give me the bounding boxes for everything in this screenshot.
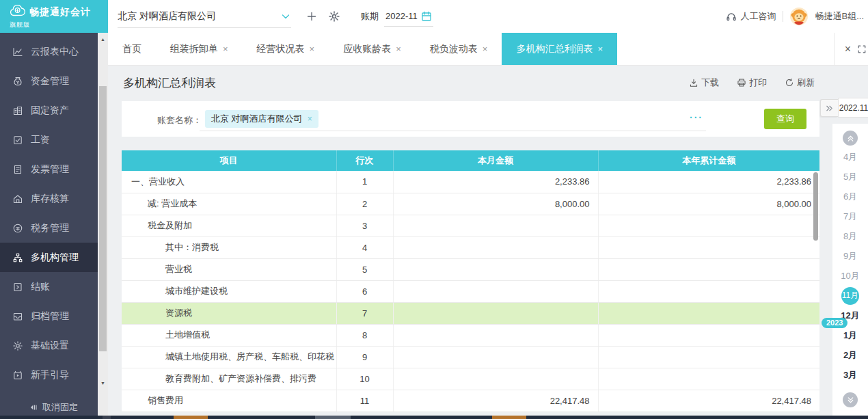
tax-icon	[12, 223, 23, 234]
ytd-amount-cell	[598, 346, 819, 368]
sidebar-item-fixed-assets[interactable]: 固定资产	[0, 96, 98, 125]
table-row[interactable]: 教育费附加、矿产资源补偿费、排污费10	[122, 368, 819, 390]
sidebar-item-funds-management[interactable]: 资金管理	[0, 66, 98, 96]
report-actions: 下载 打印 刷新	[689, 77, 815, 89]
sidebar-item-basic-settings[interactable]: 基础设置	[0, 331, 98, 360]
month-8月[interactable]: 8月	[832, 226, 868, 246]
sidebar-item-label: 工资	[31, 134, 50, 146]
table-row[interactable]: 减: 营业成本28,000.008,000.00	[122, 193, 819, 215]
sidebar-item-cloud-report-center[interactable]: 云报表中心	[0, 37, 98, 66]
table-row[interactable]: 城市维护建设税6	[122, 280, 819, 302]
month-11月[interactable]: 11月	[832, 286, 868, 306]
ytd-amount-cell: 8,000.00	[598, 193, 819, 215]
ytd-amount-cell	[598, 324, 819, 346]
tag-close-icon[interactable]: ×	[308, 114, 312, 124]
line-number-cell: 10	[336, 368, 393, 390]
tab-label: 组装拆卸单	[170, 43, 218, 55]
current-period-chip[interactable]: 2022.11	[838, 98, 868, 118]
ytd-amount-cell	[598, 258, 819, 280]
company-select[interactable]: 北京 对啊酒店有限公司	[118, 5, 291, 28]
gear-icon[interactable]	[328, 10, 340, 23]
tab-close-icon[interactable]: ×	[396, 44, 401, 54]
tab-3[interactable]: 应收账龄表×	[329, 33, 416, 65]
table-row[interactable]: 税金及附加3	[122, 215, 819, 236]
month-6月[interactable]: 6月	[832, 187, 868, 206]
tab-close-icon[interactable]: ×	[483, 44, 488, 54]
table-row[interactable]: 销售费用1122,417.4822,417.48	[122, 390, 819, 411]
account-set-input[interactable]: 北京 对啊酒店有限公司 × ···	[200, 107, 706, 131]
fullscreen-icon[interactable]	[857, 44, 867, 54]
tab-controls: ×	[834, 33, 868, 65]
tab-1[interactable]: 组装拆卸单×	[156, 33, 243, 65]
collapse-panel-button[interactable]	[820, 99, 838, 117]
month-4月[interactable]: 4月	[832, 147, 868, 167]
avatar[interactable]	[790, 8, 808, 25]
add-account-button[interactable]	[306, 11, 317, 22]
sidebar-item-inventory-accounting[interactable]: 库存核算	[0, 184, 98, 213]
tab-label: 应收账龄表	[343, 43, 391, 55]
table-row[interactable]: 土地增值税8	[122, 324, 819, 346]
item-cell: 营业税	[122, 258, 336, 280]
month-3月[interactable]: 3月	[832, 365, 868, 385]
close-all-tabs-icon[interactable]: ×	[845, 43, 851, 55]
tab-close-icon[interactable]: ×	[597, 44, 603, 54]
taskbar-segment	[492, 416, 526, 419]
month-7月[interactable]: 7月	[832, 206, 868, 226]
month-amount-cell	[393, 236, 598, 258]
sidebar: 云报表中心资金管理固定资产工资发票管理库存核算税务管理多机构管理结账归档管理基础…	[0, 33, 98, 416]
filter-panel: 账套名称： 北京 对啊酒店有限公司 × ··· 查询	[122, 101, 819, 137]
table-scrollbar-thumb[interactable]	[813, 172, 818, 241]
tab-label: 经营状况表	[257, 43, 305, 55]
month-2月[interactable]: 2月	[832, 345, 868, 365]
scroll-up-arrow-icon[interactable]: ▲	[98, 37, 108, 42]
tab-close-icon[interactable]: ×	[223, 44, 228, 54]
sidebar-item-beginner-guide[interactable]: 新手引导	[0, 360, 98, 390]
chevron-down-icon	[280, 11, 291, 22]
item-cell: 税金及附加	[122, 215, 336, 236]
sidebar-scrollbar-thumb[interactable]	[99, 86, 107, 351]
table-row[interactable]: 资源税7	[122, 302, 819, 324]
month-5月[interactable]: 5月	[832, 167, 868, 187]
table-row[interactable]: 营业税5	[122, 258, 819, 280]
sidebar-item-invoice-management[interactable]: 发票管理	[0, 154, 98, 184]
column-header: 行次	[336, 150, 393, 171]
tab-close-icon[interactable]: ×	[310, 44, 315, 54]
sidebar-item-archive-management[interactable]: 归档管理	[0, 301, 98, 331]
sidebar-scrollbar[interactable]: ▲ ▼	[98, 33, 108, 416]
tab-strip: 首页组装拆卸单×经营状况表×应收账龄表×税负波动表×多机构汇总利润表× ×	[108, 33, 868, 66]
ytd-amount-cell: 22,417.48	[598, 390, 819, 411]
table-row[interactable]: 城镇土地使用税、房产税、车船税、印花税9	[122, 346, 819, 368]
tab-5[interactable]: 多机构汇总利润表×	[502, 33, 617, 65]
sidebar-item-salary[interactable]: 工资	[0, 125, 98, 154]
support-button[interactable]: 人工咨询	[726, 10, 776, 23]
month-10月[interactable]: 10月	[832, 266, 868, 286]
period-picker[interactable]: 2022-11	[384, 7, 433, 27]
table-row[interactable]: 其中：消费税4	[122, 236, 819, 258]
sidebar-item-closing[interactable]: 结账	[0, 272, 98, 301]
month-1月[interactable]: 1月	[832, 325, 868, 345]
query-button[interactable]: 查询	[764, 109, 806, 129]
refresh-button[interactable]: 刷新	[785, 77, 815, 89]
top-header: 北京 对啊酒店有限公司 账期 2022-11 人工咨询 畅捷通B组...	[108, 0, 868, 33]
more-options-icon[interactable]: ···	[690, 112, 703, 123]
report-table: 项目行次本月金额本年累计金额 一、营业收入12,233.862,233.86减:…	[122, 150, 819, 412]
months-scroll-up-icon[interactable]	[843, 131, 858, 146]
table-row[interactable]: 一、营业收入12,233.862,233.86	[122, 171, 819, 193]
tab-2[interactable]: 经营状况表×	[243, 33, 329, 65]
period-label: 账期	[361, 10, 379, 23]
month-amount-cell	[393, 258, 598, 280]
scroll-down-arrow-icon[interactable]: ▼	[98, 381, 108, 386]
ytd-amount-cell	[598, 280, 819, 302]
months-scroll-down-icon[interactable]	[843, 392, 858, 407]
user-name[interactable]: 畅捷通B组...	[815, 10, 864, 23]
sidebar-item-tax-management[interactable]: 税务管理	[0, 213, 98, 243]
tab-4[interactable]: 税负波动表×	[416, 33, 502, 65]
sidebar-item-label: 发票管理	[31, 163, 69, 176]
tab-0[interactable]: 首页	[108, 33, 156, 65]
sidebar-item-multi-org-management[interactable]: 多机构管理	[0, 243, 98, 272]
download-button[interactable]: 下载	[689, 77, 719, 89]
line-number-cell: 1	[336, 171, 393, 193]
line-number-cell: 6	[336, 280, 393, 302]
month-9月[interactable]: 9月	[832, 246, 868, 266]
print-button[interactable]: 打印	[737, 77, 767, 89]
